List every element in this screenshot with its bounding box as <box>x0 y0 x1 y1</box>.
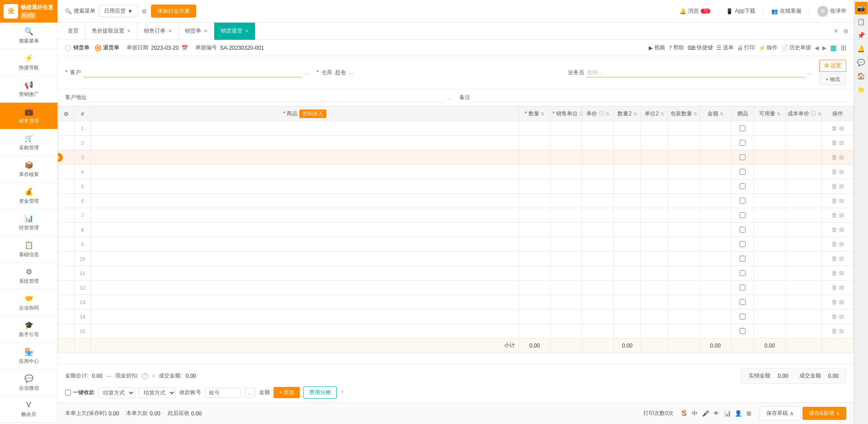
row-pkg-6[interactable] <box>668 194 700 208</box>
tab-close-sale-return[interactable]: ✕ <box>245 29 249 33</box>
row-pkg-13[interactable] <box>668 295 700 310</box>
sidebar-item-basic[interactable]: 📋 基础信息 <box>0 236 57 263</box>
row-amount-12[interactable] <box>700 281 731 295</box>
row-delete-14[interactable]: 🗑 <box>831 313 837 320</box>
row-product-10[interactable] <box>91 252 519 266</box>
row-unit-3[interactable] <box>551 150 582 165</box>
row-pkg-3[interactable] <box>668 150 700 165</box>
row-unit-11[interactable] <box>551 266 582 281</box>
row-pkg-14[interactable] <box>668 310 700 324</box>
row-cost-15[interactable] <box>786 324 822 338</box>
sidebar-item-inventory[interactable]: 📦 库存核算 <box>0 156 57 183</box>
add-payment-btn[interactable]: + 添加 <box>274 387 300 398</box>
gift-checkbox-7[interactable] <box>740 212 745 218</box>
row-cost-11[interactable] <box>786 266 822 281</box>
gift-checkbox-8[interactable] <box>740 227 745 233</box>
app-download-item[interactable]: 📱 App下载 <box>726 7 755 15</box>
row-unit-6[interactable] <box>551 194 582 208</box>
row-unit2-12[interactable] <box>641 281 668 295</box>
row-copy-2[interactable]: ⊞ <box>839 139 844 146</box>
row-qty-9[interactable] <box>519 237 551 252</box>
row-product-2[interactable] <box>91 136 519 150</box>
calendar-icon[interactable]: 📅 <box>181 45 188 51</box>
row-cost-7[interactable] <box>786 208 822 223</box>
row-product-14[interactable] <box>91 310 519 324</box>
row-avail-4[interactable] <box>754 165 786 179</box>
action-video[interactable]: ▶ 视频 <box>649 44 665 52</box>
row-qty-8[interactable] <box>519 223 551 237</box>
tool-s-icon[interactable]: S <box>679 409 689 419</box>
row-delete-9[interactable]: 🗑 <box>831 241 837 248</box>
row-gift-14[interactable] <box>731 310 754 324</box>
row-gift-8[interactable] <box>731 223 754 237</box>
radio-sale-goods[interactable]: 销货单 <box>65 44 90 52</box>
calc-method-select[interactable]: 结算方式 <box>139 387 176 398</box>
row-cost-9[interactable] <box>786 237 822 252</box>
sidebar-item-newbie[interactable]: 🎓 新手引导 <box>0 316 57 343</box>
row-unit-1[interactable] <box>551 121 582 136</box>
unit2-sort-icon[interactable]: ⇅ <box>660 111 664 116</box>
row-qty2-11[interactable] <box>614 266 641 281</box>
sidebar-item-appstore[interactable]: 🏪 应用中心 <box>0 343 57 370</box>
row-delete-13[interactable]: 🗑 <box>831 299 837 305</box>
row-price-8[interactable] <box>582 223 614 237</box>
right-icon-5[interactable]: 🏠 <box>855 70 868 82</box>
row-qty2-10[interactable] <box>614 252 641 266</box>
gift-checkbox-15[interactable] <box>740 328 745 334</box>
row-copy-10[interactable]: ⊞ <box>839 255 844 262</box>
radio-return-goods[interactable]: 退货单 <box>95 44 119 52</box>
save-new-btn[interactable]: 保存&新增 ∧ <box>802 407 846 420</box>
row-amount-5[interactable] <box>700 179 731 194</box>
row-qty2-5[interactable] <box>614 179 641 194</box>
row-qty-4[interactable] <box>519 165 551 179</box>
row-amount-4[interactable] <box>700 165 731 179</box>
row-unit-14[interactable] <box>551 310 582 324</box>
row-price-4[interactable] <box>582 165 614 179</box>
tab-sale-settings[interactable]: 售价提取设置✕ <box>85 23 137 40</box>
tool-chart-icon[interactable]: 📊 <box>722 409 732 419</box>
gift-checkbox-5[interactable] <box>740 183 745 189</box>
row-pkg-7[interactable] <box>668 208 700 223</box>
row-unit2-5[interactable] <box>641 179 668 194</box>
staff-dots-btn[interactable]: ... <box>807 69 812 76</box>
tool-qr-icon[interactable]: ⊞ <box>744 409 754 419</box>
row-qty-5[interactable] <box>519 179 551 194</box>
row-copy-6[interactable]: ⊞ <box>839 197 844 204</box>
row-unit-5[interactable] <box>551 179 582 194</box>
one-click-checkbox[interactable] <box>65 390 71 395</box>
row-copy-8[interactable]: ⊞ <box>839 226 844 233</box>
row-price-11[interactable] <box>582 266 614 281</box>
row-qty2-7[interactable] <box>614 208 641 223</box>
topbar-settings-icon[interactable]: ⚙ <box>142 8 147 15</box>
row-pkg-15[interactable] <box>668 324 700 338</box>
gift-checkbox-14[interactable] <box>740 314 745 319</box>
row-delete-5[interactable]: 🗑 <box>831 183 837 190</box>
row-qty-1[interactable] <box>519 121 551 136</box>
row-unit2-10[interactable] <box>641 252 668 266</box>
gift-checkbox-6[interactable] <box>740 198 745 204</box>
row-avail-8[interactable] <box>754 223 786 237</box>
right-icon-6[interactable]: ⭐ <box>855 83 868 96</box>
row-pkg-11[interactable] <box>668 266 700 281</box>
row-pkg-9[interactable] <box>668 237 700 252</box>
add-row-btn[interactable]: + <box>58 153 63 162</box>
payment-help-icon[interactable]: ? <box>340 390 344 396</box>
tool-mic-icon[interactable]: 🎤 <box>701 409 711 419</box>
row-qty2-6[interactable] <box>614 194 641 208</box>
row-copy-7[interactable]: ⊞ <box>839 212 844 219</box>
row-cost-2[interactable] <box>786 136 822 150</box>
row-gift-12[interactable] <box>731 281 754 295</box>
row-qty-10[interactable] <box>519 252 551 266</box>
row-price-14[interactable] <box>582 310 614 324</box>
row-amount-15[interactable] <box>700 324 731 338</box>
row-avail-3[interactable] <box>754 150 786 165</box>
warehouse-dots-btn[interactable]: ... <box>349 69 353 76</box>
sidebar-item-system[interactable]: ⚙ 系统管理 <box>0 263 57 290</box>
row-qty-7[interactable] <box>519 208 551 223</box>
row-qty-11[interactable] <box>519 266 551 281</box>
row-amount-6[interactable] <box>700 194 731 208</box>
row-delete-11[interactable]: 🗑 <box>831 270 837 276</box>
sidebar-item-wechat[interactable]: 💬 企业微信 <box>0 370 57 396</box>
row-unit-7[interactable] <box>551 208 582 223</box>
row-copy-13[interactable]: ⊞ <box>839 299 844 305</box>
